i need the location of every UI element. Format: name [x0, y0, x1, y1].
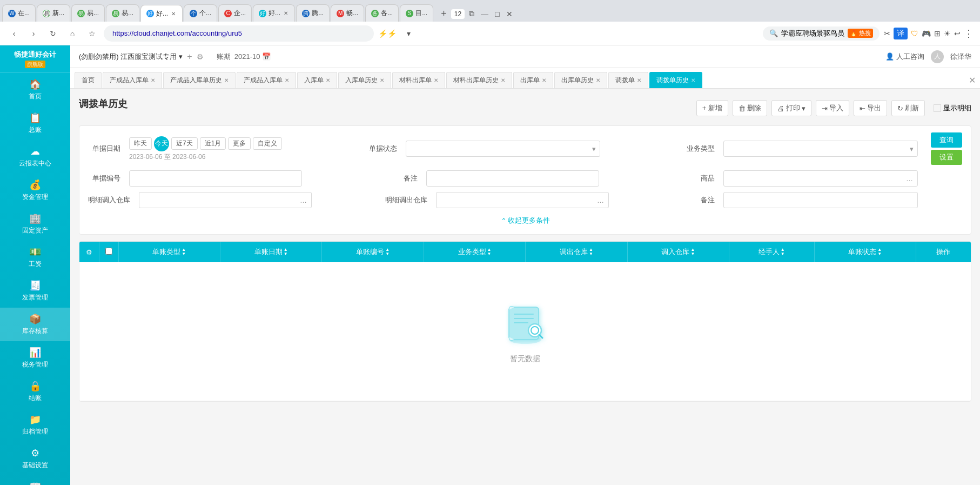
delete-button[interactable]: 🗑 删除	[733, 100, 767, 116]
browser-tab-6[interactable]: 个 个...	[184, 4, 217, 22]
avatar[interactable]: 人	[931, 50, 944, 63]
settings-gear-icon[interactable]: ⚙	[197, 52, 204, 61]
page-tab-outbound-hist[interactable]: 出库单历史 ✕	[554, 72, 607, 88]
theme-icon[interactable]: ☀	[944, 29, 951, 38]
sidebar-item-closing[interactable]: 🔒 结账	[0, 375, 70, 408]
tab-close-transfer[interactable]: ✕	[637, 77, 641, 83]
scissors-icon[interactable]: ✂	[884, 29, 890, 38]
sidebar-item-assets[interactable]: 🏢 固定资产	[0, 207, 70, 241]
refresh-button-toolbar[interactable]: ↻ 刷新	[891, 100, 925, 116]
browser-tab-4[interactable]: 易 易...	[106, 4, 139, 22]
new-button[interactable]: + 新增	[696, 100, 728, 116]
th-checkbox[interactable]	[99, 242, 118, 262]
date-btn-7days[interactable]: 近7天	[171, 137, 198, 150]
browser-tab-10[interactable]: M 畅...	[331, 4, 364, 22]
in-warehouse-ellipsis[interactable]: …	[300, 196, 307, 204]
select-all-checkbox[interactable]	[105, 248, 112, 255]
tab-close-transfer-hist[interactable]: ✕	[691, 77, 695, 83]
th-status[interactable]: 单账状态 ▲▼	[814, 242, 916, 262]
export-button[interactable]: ⇤ 导出	[854, 100, 887, 116]
th-doc-type[interactable]: 单账类型 ▲▼	[118, 242, 220, 262]
game-icon[interactable]: 🎮	[922, 29, 931, 38]
sidebar-item-reports[interactable]: ☁ 云报表中心	[0, 140, 70, 174]
table-settings-icon[interactable]: ⚙	[86, 248, 92, 256]
out-warehouse-ellipsis[interactable]: …	[597, 196, 604, 204]
browser-tab-12[interactable]: S 目...	[400, 4, 433, 22]
print-button[interactable]: 🖨 打印 ▾	[771, 100, 811, 116]
date-btn-month[interactable]: 近1月	[200, 137, 226, 150]
th-doc-date[interactable]: 单账日期 ▲▼	[220, 242, 321, 262]
more-icon[interactable]: ⋮	[964, 28, 974, 39]
home-button[interactable]: ⌂	[65, 26, 80, 41]
date-btn-more[interactable]: 更多	[228, 137, 251, 150]
sidebar-item-home[interactable]: 🏠 首页	[0, 73, 70, 107]
page-tab-receipt[interactable]: 入库单 ✕	[297, 72, 337, 88]
add-company-icon[interactable]: +	[187, 52, 192, 62]
browser-tab-8[interactable]: 好 好... ✕	[253, 4, 295, 22]
query-button[interactable]: 查询	[931, 132, 962, 148]
browser-tab-7[interactable]: C 企...	[218, 4, 252, 22]
tab-close-receipt[interactable]: ✕	[326, 77, 330, 83]
browser-tab-3[interactable]: 易 易...	[71, 4, 105, 22]
page-tab-inbound-hist[interactable]: 产成品入库单历史 ✕	[163, 72, 236, 88]
browser-tab-5[interactable]: 好 好... ✕	[140, 5, 183, 22]
th-in-warehouse[interactable]: 调入仓库 ▲▼	[627, 242, 729, 262]
sidebar-item-payroll[interactable]: 💵 工资	[0, 241, 70, 274]
window-icon[interactable]: ⧉	[467, 9, 476, 18]
page-tab-home[interactable]: 首页	[75, 72, 102, 88]
date-btn-custom[interactable]: 自定义	[253, 137, 282, 150]
page-tab-issue[interactable]: 材料出库单 ✕	[392, 72, 445, 88]
page-tab-transfer[interactable]: 调拨单 ✕	[608, 72, 648, 88]
sidebar-item-archive[interactable]: 📁 归档管理	[0, 408, 70, 442]
sidebar-item-inventory[interactable]: 📦 库存核算	[0, 308, 70, 341]
apps-icon[interactable]: ⊞	[934, 29, 941, 38]
tab-close-inbound1[interactable]: ✕	[151, 77, 155, 83]
tab-close-issue[interactable]: ✕	[434, 77, 438, 83]
close-all-tabs-button[interactable]: ✕	[964, 72, 980, 88]
undo-icon[interactable]: ↩	[954, 29, 961, 38]
collapse-button[interactable]: ⌃ 收起更多条件	[88, 214, 962, 228]
tab-close-outbound[interactable]: ✕	[542, 77, 546, 83]
page-tab-inbound1[interactable]: 产成品入库单 ✕	[103, 72, 162, 88]
url-bar[interactable]	[104, 25, 374, 42]
sidebar-item-settings[interactable]: ⚙ 基础设置	[0, 442, 70, 475]
nav-menu-button[interactable]: ▾	[401, 26, 416, 41]
bookmark-button[interactable]: ☆	[84, 26, 99, 41]
back-button[interactable]: ‹	[6, 26, 22, 41]
sidebar-item-invoice[interactable]: 🧾 发票管理	[0, 274, 70, 308]
consult-link[interactable]: 👤 人工咨询	[885, 52, 924, 62]
page-tab-receipt-hist[interactable]: 入库单历史 ✕	[338, 72, 391, 88]
th-out-warehouse[interactable]: 调出仓库 ▲▼	[526, 242, 627, 262]
import-button[interactable]: ⇥ 导入	[816, 100, 849, 116]
th-doc-no[interactable]: 单账编号 ▲▼	[322, 242, 424, 262]
th-biz-type[interactable]: 业务类型 ▲▼	[424, 242, 525, 262]
tab-close-receipt-hist[interactable]: ✕	[380, 77, 384, 83]
sidebar-item-ledger[interactable]: 📋 总账	[0, 107, 70, 140]
refresh-button[interactable]: ↻	[45, 26, 61, 41]
sidebar-item-guide[interactable]: 📖 新手引导	[0, 475, 70, 485]
display-checkbox[interactable]	[934, 104, 941, 112]
date-btn-today[interactable]: 今天	[154, 136, 169, 151]
company-selector[interactable]: (勿删勿禁用) 江西服宝测试专用 ▾	[79, 52, 183, 62]
browser-tab-1[interactable]: W 在...	[2, 4, 36, 22]
filter-settings-button[interactable]: 设置	[931, 150, 962, 165]
sidebar-item-funds[interactable]: 💰 资金管理	[0, 174, 70, 207]
browser-tab-11[interactable]: 各 各...	[365, 4, 399, 22]
date-btn-yesterday[interactable]: 昨天	[129, 137, 152, 150]
minimize-icon[interactable]: —	[479, 10, 491, 18]
close-icon[interactable]: ✕	[504, 10, 515, 18]
page-tab-inbound2[interactable]: 产成品入库单 ✕	[237, 72, 296, 88]
page-tab-outbound[interactable]: 出库单 ✕	[513, 72, 553, 88]
new-tab-icon[interactable]: +	[439, 8, 449, 19]
tab-close-8[interactable]: ✕	[283, 10, 289, 17]
docno-input[interactable]	[129, 170, 302, 187]
goods-ellipsis[interactable]: …	[906, 175, 913, 183]
status-select[interactable]	[406, 141, 600, 157]
sidebar-item-tax[interactable]: 📊 税务管理	[0, 341, 70, 375]
tab-close-inbound2[interactable]: ✕	[285, 77, 289, 83]
biz-type-select[interactable]	[723, 141, 918, 157]
browser-tab-9[interactable]: 腾 腾...	[296, 4, 330, 22]
translate-icon[interactable]: 译	[894, 28, 908, 39]
maximize-icon[interactable]: □	[493, 10, 501, 18]
browser-tab-2[interactable]: 易 新...	[37, 4, 70, 22]
